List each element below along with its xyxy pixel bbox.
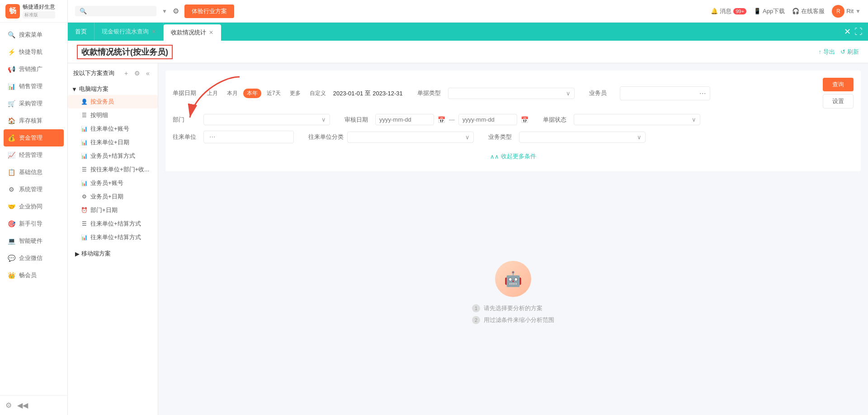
- export-button[interactable]: ↑ 导出: [819, 48, 835, 56]
- panel-collapse-icon[interactable]: «: [143, 69, 152, 78]
- add-plan-button[interactable]: +: [122, 69, 131, 78]
- sidebar-item-label: 快捷导航: [19, 48, 42, 56]
- tab-close-all-icon[interactable]: ✕: [844, 27, 851, 37]
- export-icon: ↑: [819, 48, 822, 55]
- date-tab-this-year[interactable]: 本年: [243, 89, 261, 98]
- refresh-button[interactable]: ↺ 刷新: [840, 48, 859, 56]
- plan-group-mobile-header[interactable]: ▶ 移动端方案: [71, 248, 154, 259]
- tip-text-1: 请先选择要分析的方案: [484, 304, 542, 312]
- plan-group-desktop-header[interactable]: ▼ 电脑端方案: [68, 83, 158, 95]
- date-end: 2023-12-31: [373, 90, 403, 97]
- sidebar-item-wechat[interactable]: 💬 企业微信: [0, 250, 67, 267]
- plan-settings-icon[interactable]: ⚙: [132, 69, 142, 78]
- partner-select[interactable]: ···: [203, 131, 294, 143]
- dept-select[interactable]: ∨: [203, 114, 330, 125]
- filter-doctype-item: 单据类型 ∨: [417, 88, 575, 99]
- tab-bank[interactable]: 现金银行流水查询 ✕: [94, 23, 164, 41]
- tab-bank-close-icon[interactable]: ✕: [151, 28, 156, 35]
- gear2-icon: ⚙: [80, 193, 88, 200]
- sidebar-item-purchase[interactable]: 🛒 采购管理: [0, 95, 67, 112]
- sidebar-item-label: 资金管理: [19, 134, 42, 142]
- sidebar-item-guide[interactable]: 🎯 新手引导: [0, 215, 67, 232]
- plan-item-salesperson-account[interactable]: 📊 业务员+账号: [68, 176, 158, 190]
- date-tab-last-month[interactable]: 上月: [203, 89, 222, 98]
- filter-biztype-item: 业务类型 ∨: [488, 132, 646, 143]
- panel-header-label: 按以下方案查询: [73, 69, 114, 77]
- plan-item-label: 往来单位+日期: [90, 138, 129, 146]
- sidebar-item-system[interactable]: ⚙ 系统管理: [0, 181, 67, 198]
- plan-item-by-detail[interactable]: ☰ 按明细: [68, 108, 158, 122]
- sidebar: 畅 畅捷通好生意 标准版 🔍 搜索菜单 ⚡ 快捷导航 📢 营销推广 📊 销售管理…: [0, 0, 68, 415]
- sidebar-item-label: 基础信息: [19, 168, 42, 176]
- partner-more-icon[interactable]: ···: [209, 133, 215, 141]
- sidebar-item-label: 库存核算: [19, 117, 42, 125]
- sidebar-item-marketing[interactable]: 📢 营销推广: [0, 61, 67, 78]
- plan-item-unit-settle1[interactable]: ☰ 往来单位+结算方式: [68, 217, 158, 231]
- sidebar-item-label: 营销推广: [19, 65, 42, 73]
- plan-item-salesperson-date[interactable]: ⚙ 业务员+日期: [68, 190, 158, 203]
- plan-item-unit-date[interactable]: 📊 往来单位+日期: [68, 136, 158, 149]
- collapse-bar[interactable]: ∧∧ 收起更多条件: [173, 149, 854, 164]
- plan-item-label: 往来单位+账号: [90, 125, 129, 133]
- sidebar-item-inventory[interactable]: 🏠 库存核算: [0, 112, 67, 129]
- topbar: 🔍 ▼ ⚙ 体验行业方案 🔔 消息 99+ 📱 App下载 🎧 在线客服 R R…: [68, 0, 868, 23]
- user-area[interactable]: R Rit ▼: [832, 5, 861, 18]
- sidebar-item-sales[interactable]: 📊 销售管理: [0, 78, 67, 95]
- sidebar-item-hardware[interactable]: 💻 智能硬件: [0, 232, 67, 250]
- docstatus-chevron-icon: ∨: [692, 116, 696, 123]
- date-tab-more[interactable]: 更多: [286, 89, 304, 98]
- doctype-select[interactable]: ∨: [448, 88, 575, 99]
- tab-receipt[interactable]: 收款情况统计 ✕: [164, 24, 221, 41]
- plan-item-unit-settle2[interactable]: 📊 往来单位+结算方式: [68, 231, 158, 244]
- date-tab-custom[interactable]: 自定义: [306, 89, 330, 98]
- plan-item-salesperson-settle[interactable]: 📊 业务员+结算方式: [68, 149, 158, 163]
- empty-robot-icon: 🤖: [495, 261, 531, 297]
- sidebar-item-vip[interactable]: 👑 畅会员: [0, 267, 67, 284]
- plan-item-dept-date[interactable]: ⏰ 部门+日期: [68, 203, 158, 217]
- partner-cat-label: 往来单位分类: [308, 133, 344, 141]
- sidebar-item-baseinfo[interactable]: 📋 基础信息: [0, 164, 67, 181]
- plan-item-label: 按往来单位+部门+收...: [90, 165, 149, 174]
- query-button[interactable]: 查询: [823, 78, 854, 91]
- online-service-button[interactable]: 🎧 在线客服: [792, 7, 825, 15]
- sidebar-item-quicknav[interactable]: ⚡ 快捷导航: [0, 43, 67, 61]
- plan-item-unit-dept[interactable]: ☰ 按往来单位+部门+收...: [68, 163, 158, 176]
- collapse-sidebar-icon[interactable]: ◀◀: [17, 401, 28, 410]
- notifications-button[interactable]: 🔔 消息 99+: [711, 7, 746, 15]
- page-header: 收款情况统计(按业务员) ↑ 导出 ↺ 刷新: [68, 41, 868, 63]
- calendar-start-icon[interactable]: 📅: [438, 116, 445, 123]
- grid-icon: 📊: [80, 179, 88, 187]
- sidebar-item-operation[interactable]: 📈 经营管理: [0, 146, 67, 164]
- date-start: 2023-01-01: [333, 90, 363, 97]
- tab-home[interactable]: 首页: [68, 23, 94, 41]
- settings-button[interactable]: 设置: [823, 94, 854, 108]
- salesperson-select[interactable]: ···: [620, 86, 710, 100]
- sidebar-item-search[interactable]: 🔍 搜索菜单: [0, 26, 67, 43]
- trend-icon: 📈: [7, 151, 15, 159]
- biztype-select[interactable]: ∨: [519, 132, 646, 143]
- sidebar-item-finance[interactable]: 💰 资金管理: [4, 129, 64, 146]
- sidebar-item-label: 搜索菜单: [19, 31, 42, 39]
- calendar-end-icon[interactable]: 📅: [521, 116, 528, 123]
- tab-receipt-close-icon[interactable]: ✕: [209, 29, 213, 36]
- review-date-start-input[interactable]: [375, 114, 434, 125]
- sidebar-item-cooperation[interactable]: 🤝 企业协同: [0, 198, 67, 215]
- biztype-chevron-icon: ∨: [637, 134, 642, 141]
- date-tab-this-month[interactable]: 本月: [223, 89, 241, 98]
- tab-fullscreen-icon[interactable]: ⛶: [854, 27, 863, 37]
- topbar-gear-icon[interactable]: ⚙: [173, 7, 179, 15]
- partner-cat-select[interactable]: ∨: [347, 132, 474, 143]
- clipboard-icon: 📋: [7, 168, 15, 176]
- house-icon: 🏠: [7, 117, 15, 125]
- app-download-button[interactable]: 📱 App下载: [754, 7, 785, 15]
- filter-btn-group: 查询 设置: [823, 78, 854, 108]
- search-chevron-icon[interactable]: ▼: [162, 8, 167, 14]
- settings-bottom-icon[interactable]: ⚙: [5, 401, 12, 410]
- topbar-search[interactable]: 🔍: [75, 6, 156, 16]
- date-tab-last7[interactable]: 近7天: [263, 89, 284, 98]
- plan-item-by-salesperson[interactable]: 👤 按业务员: [68, 95, 158, 108]
- docstatus-select[interactable]: ∨: [574, 114, 700, 125]
- try-industry-button[interactable]: 体验行业方案: [184, 5, 234, 18]
- plan-item-unit-account[interactable]: 📊 往来单位+账号: [68, 122, 158, 136]
- review-date-end-input[interactable]: [458, 114, 517, 125]
